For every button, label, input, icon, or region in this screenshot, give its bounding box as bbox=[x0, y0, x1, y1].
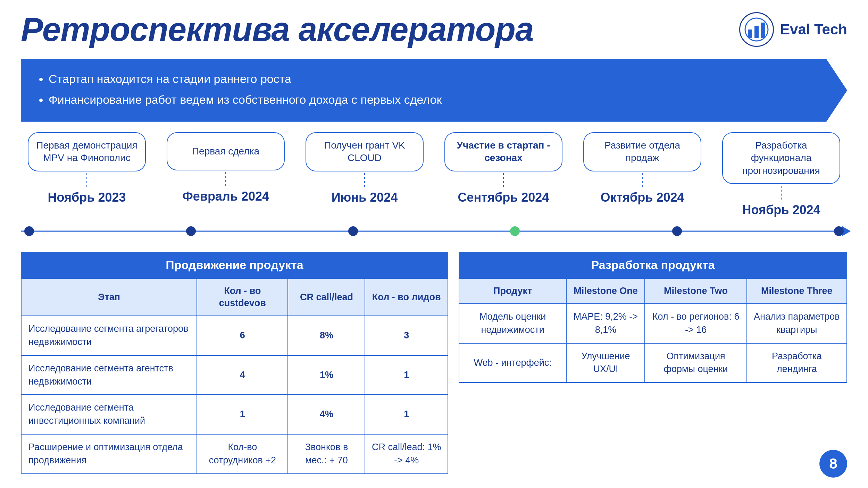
connector-5 bbox=[642, 173, 643, 187]
timeline-line bbox=[21, 221, 847, 242]
cell-2-1: 1 bbox=[197, 395, 288, 434]
connector-6 bbox=[781, 186, 782, 200]
rcell-1-1: Улучшение UX/UI bbox=[566, 343, 645, 383]
cell-0-0: Исследование сегмента агрегаторов недвиж… bbox=[21, 316, 197, 355]
dot-5 bbox=[672, 226, 682, 236]
header: Ретроспектива акселератора Eval Tech bbox=[0, 0, 868, 52]
logo-icon bbox=[739, 12, 774, 47]
banner-item-1: Стартап находится на стадии раннего рост… bbox=[49, 69, 826, 88]
right-col-1: Milestone One bbox=[566, 278, 645, 304]
timeline-event-2: Первая сделка Февраль 2024 bbox=[160, 132, 292, 217]
timeline-event-1: Первая демонстрация MPV на Финополис Ноя… bbox=[21, 132, 153, 217]
cell-2-0: Исследование сегмента инвестиционных ком… bbox=[21, 395, 197, 434]
connector-1 bbox=[86, 173, 87, 187]
table-row: Web - интерфейс: Улучшение UX/UI Оптимиз… bbox=[459, 343, 847, 383]
cell-3-1: Кол-во сотрудников +2 bbox=[197, 434, 288, 474]
rcell-0-0: Модель оценки недвижимости bbox=[459, 304, 566, 343]
cell-0-2: 8% bbox=[288, 316, 365, 355]
left-table-wrap: Продвижение продукта Этап Кол - во custd… bbox=[21, 252, 448, 474]
rcell-0-1: MAPE: 9,2% -> 8,1% bbox=[566, 304, 645, 343]
dot-3 bbox=[348, 226, 358, 236]
left-table-header: Продвижение продукта bbox=[21, 252, 448, 278]
cell-2-2: 4% bbox=[288, 395, 365, 434]
banner-item-2: Финансирование работ ведем из собственно… bbox=[49, 90, 826, 109]
left-col-2: CR call/lead bbox=[288, 278, 365, 316]
timeline-event-4: Участие в стартап - сезонах Сентябрь 202… bbox=[437, 132, 569, 217]
tables-section: Продвижение продукта Этап Кол - во custd… bbox=[0, 249, 868, 485]
event-date-2: Февраль 2024 bbox=[182, 189, 269, 204]
rcell-1-2: Оптимизация формы оценки bbox=[645, 343, 746, 383]
table-row: Модель оценки недвижимости MAPE: 9,2% ->… bbox=[459, 304, 847, 343]
table-row: Исследование сегмента инвестиционных ком… bbox=[21, 395, 448, 434]
dot-6 bbox=[834, 226, 844, 236]
dot-4 bbox=[510, 226, 520, 236]
svg-rect-2 bbox=[761, 23, 765, 38]
timeline-events: Первая демонстрация MPV на Финополис Ноя… bbox=[21, 132, 847, 217]
cell-0-1: 6 bbox=[197, 316, 288, 355]
cell-1-2: 1% bbox=[288, 355, 365, 395]
event-date-6: Ноябрь 2024 bbox=[742, 203, 820, 217]
timeline-event-5: Развитие отдела продаж Октябрь 2024 bbox=[576, 132, 708, 217]
svg-rect-0 bbox=[748, 30, 752, 38]
left-col-3: Кол - во лидов bbox=[365, 278, 448, 316]
left-table: Этап Кол - во custdevов CR call/lead Кол… bbox=[21, 278, 448, 474]
cell-1-0: Исследование сегмента агентств недвижимо… bbox=[21, 355, 197, 395]
event-date-5: Октябрь 2024 bbox=[600, 190, 684, 205]
cell-0-3: 3 bbox=[365, 316, 448, 355]
timeline-dots bbox=[21, 226, 847, 236]
connector-3 bbox=[364, 173, 365, 187]
timeline-event-3: Получен грант VK CLOUD Июнь 2024 bbox=[299, 132, 431, 217]
event-date-1: Ноябрь 2023 bbox=[48, 190, 126, 205]
event-box-6: Разработка функционала прогнозирования bbox=[722, 132, 840, 184]
rcell-1-0: Web - интерфейс: bbox=[459, 343, 566, 383]
cell-1-1: 4 bbox=[197, 355, 288, 395]
connector-2 bbox=[225, 172, 226, 186]
cell-3-3: CR call/lead: 1% -> 4% bbox=[365, 434, 448, 474]
rcell-0-3: Анализ параметров квартиры bbox=[747, 304, 847, 343]
event-box-5: Развитие отдела продаж bbox=[583, 132, 701, 171]
timeline-event-6: Разработка функционала прогнозирования Н… bbox=[715, 132, 847, 217]
dot-2 bbox=[186, 226, 196, 236]
right-col-3: Milestone Three bbox=[747, 278, 847, 304]
page-title: Ретроспектива акселератора bbox=[21, 10, 533, 49]
rcell-1-3: Разработка лендинга bbox=[747, 343, 847, 383]
arrow-banner: Стартап находится на стадии раннего рост… bbox=[21, 59, 847, 122]
cell-2-3: 1 bbox=[365, 395, 448, 434]
right-table-header: Разработка продукта bbox=[459, 252, 847, 278]
cell-1-3: 1 bbox=[365, 355, 448, 395]
event-box-3: Получен грант VK CLOUD bbox=[306, 132, 424, 171]
left-col-1: Кол - во custdevов bbox=[197, 278, 288, 316]
event-box-2: Первая сделка bbox=[167, 132, 285, 170]
event-date-4: Сентябрь 2024 bbox=[458, 190, 549, 205]
right-col-0: Продукт bbox=[459, 278, 566, 304]
event-date-3: Июнь 2024 bbox=[332, 190, 398, 205]
cell-3-2: Звонков в мес.: + 70 bbox=[288, 434, 365, 474]
cell-3-0: Расширение и оптимизация отдела продвиже… bbox=[21, 434, 197, 474]
table-row: Расширение и оптимизация отдела продвиже… bbox=[21, 434, 448, 474]
table-row: Исследование сегмента агрегаторов недвиж… bbox=[21, 316, 448, 355]
logo-area: Eval Tech bbox=[739, 12, 847, 47]
table-row: Исследование сегмента агентств недвижимо… bbox=[21, 355, 448, 395]
dot-1 bbox=[24, 226, 34, 236]
page-badge: 8 bbox=[819, 450, 847, 478]
rcell-0-2: Кол - во регионов: 6 -> 16 bbox=[645, 304, 746, 343]
event-box-4: Участие в стартап - сезонах bbox=[444, 132, 562, 171]
left-col-0: Этап bbox=[21, 278, 197, 316]
timeline-section: Первая демонстрация MPV на Финополис Ноя… bbox=[0, 122, 868, 242]
right-table-wrap: Разработка продукта Продукт Milestone On… bbox=[459, 252, 847, 474]
logo-label: Eval Tech bbox=[780, 21, 847, 38]
right-table: Продукт Milestone One Milestone Two Mile… bbox=[459, 278, 847, 383]
svg-rect-1 bbox=[754, 26, 759, 38]
connector-4 bbox=[503, 173, 504, 187]
right-col-2: Milestone Two bbox=[645, 278, 746, 304]
event-box-1: Первая демонстрация MPV на Финополис bbox=[28, 132, 146, 171]
